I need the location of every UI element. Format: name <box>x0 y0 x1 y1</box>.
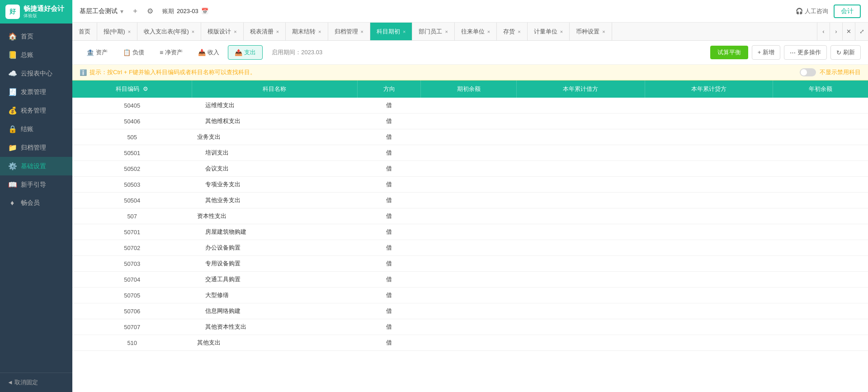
tab-interim[interactable]: 报(中期)× <box>97 23 137 40</box>
company-settings-icon[interactable]: ⚙ <box>147 7 153 15</box>
tab-close-contacts[interactable]: × <box>487 29 490 34</box>
tab-close-unit[interactable]: × <box>560 29 563 34</box>
cell-direction: 借 <box>357 161 420 177</box>
tab-next-btn[interactable]: › <box>830 23 843 40</box>
tab-subject_init[interactable]: 科目期初× <box>370 23 412 40</box>
refresh-icon: ↻ <box>836 49 841 56</box>
tab-close-period_end[interactable]: × <box>318 29 321 34</box>
hint-bar: ℹ️ 提示：按Ctrl + F键并输入科目编码或者科目名称可以查找科目。 不显示… <box>72 65 868 80</box>
more-btn[interactable]: ⋯ 更多操作 <box>784 45 827 60</box>
sidebar-item-ledger[interactable]: 📒总账 <box>0 46 72 64</box>
tab-template[interactable]: 模版设计× <box>201 23 243 40</box>
company-dropdown-icon[interactable]: ▾ <box>120 8 123 15</box>
cell-name: 会议支出 <box>192 161 357 177</box>
company-selector[interactable]: 基层工会测试 ▾ <box>80 7 123 15</box>
refresh-btn[interactable]: ↻ 刷新 <box>830 45 861 60</box>
help-btn[interactable]: 🎧 人工咨询 <box>796 7 828 15</box>
tab-period_end[interactable]: 期末结转× <box>286 23 328 40</box>
cell-ytd-credit <box>645 98 773 113</box>
hint-toggle-group: 不显示禁用科目 <box>800 68 861 76</box>
col-direction: 方向 <box>357 80 420 98</box>
tab-prev-btn[interactable]: ‹ <box>817 23 830 40</box>
tab-tax[interactable]: 税表清册× <box>244 23 286 40</box>
col-code: 科目编码 ⚙ <box>72 80 192 98</box>
filter-tab-net_asset[interactable]: ≡净资产 <box>153 45 189 60</box>
sidebar-label-home: 首页 <box>21 33 33 41</box>
table-row: 50702 办公设备购置 借 <box>72 240 868 256</box>
tab-currency[interactable]: 币种设置× <box>570 23 612 40</box>
cell-direction: 借 <box>357 145 420 161</box>
cell-ytd-credit <box>645 272 773 288</box>
cell-ytd-credit <box>645 161 773 177</box>
cell-direction: 借 <box>357 288 420 303</box>
sidebar-item-archive[interactable]: 📁归档管理 <box>0 138 72 157</box>
tab-label-income: 收入支出表(年报) <box>144 28 189 36</box>
cell-year-opening <box>773 177 868 193</box>
filter-actions: 试算平衡 + 新增 ⋯ 更多操作 ↻ 刷新 <box>710 45 861 60</box>
add-btn[interactable]: + 新增 <box>752 45 780 60</box>
sidebar-item-tax[interactable]: 💰税务管理 <box>0 101 72 120</box>
tab-close-template[interactable]: × <box>234 29 236 34</box>
tab-unit[interactable]: 计量单位× <box>528 23 570 40</box>
cell-direction: 借 <box>357 303 420 319</box>
table-row: 50406 其他维权支出 借 <box>72 113 868 129</box>
tab-close-income[interactable]: × <box>192 29 194 34</box>
sidebar-item-home[interactable]: 🏠首页 <box>0 27 72 46</box>
sidebar-label-reports: 云报表中心 <box>21 70 52 78</box>
sidebar-item-close[interactable]: 🔒结账 <box>0 120 72 138</box>
tab-contacts[interactable]: 往来单位× <box>455 23 497 40</box>
tab-close-archive_mgr[interactable]: × <box>361 29 363 34</box>
cell-year-opening <box>773 288 868 303</box>
sidebar-item-member[interactable]: ♦畅会员 <box>0 194 72 212</box>
calc-balance-btn[interactable]: 试算平衡 <box>710 46 748 59</box>
sidebar-collapse-btn[interactable]: ◄ 取消固定 <box>0 373 72 392</box>
tab-close-dept[interactable]: × <box>445 29 448 34</box>
tab-close-subject_init[interactable]: × <box>403 29 406 34</box>
sidebar-item-settings[interactable]: ⚙️基础设置 <box>0 157 72 175</box>
toggle-knob <box>801 69 807 76</box>
tab-expand-btn[interactable]: ⤢ <box>855 23 868 40</box>
cell-code: 505 <box>72 129 192 145</box>
sidebar-item-guide[interactable]: 📖新手引导 <box>0 175 72 194</box>
tab-close-all-btn[interactable]: ✕ <box>843 23 855 40</box>
cell-ytd-debit <box>517 256 645 272</box>
tab-close-inventory[interactable]: × <box>518 29 520 34</box>
tab-close-tax[interactable]: × <box>276 29 279 34</box>
filter-tab-liability[interactable]: 📋负债 <box>116 45 151 60</box>
cell-direction: 借 <box>357 224 420 240</box>
filter-tab-income[interactable]: 📥收入 <box>191 45 226 60</box>
account-btn[interactable]: 会计 <box>834 5 861 18</box>
tab-dept[interactable]: 部门员工× <box>412 23 454 40</box>
filter-tab-asset[interactable]: 🏦资产 <box>80 45 114 60</box>
disabled-subject-toggle[interactable] <box>800 68 816 76</box>
cell-name: 业务支出 <box>192 129 357 145</box>
tab-inventory[interactable]: 存货× <box>497 23 527 40</box>
cell-opening <box>421 129 517 145</box>
sidebar-item-invoice[interactable]: 🧾发票管理 <box>0 83 72 101</box>
sidebar-icon-ledger: 📒 <box>8 51 16 59</box>
tab-home[interactable]: 首页 <box>72 23 97 40</box>
filter-label-expense: 支出 <box>244 48 256 57</box>
tab-close-interim[interactable]: × <box>128 29 131 34</box>
cell-code: 50705 <box>72 288 192 303</box>
sidebar-icon-invoice: 🧾 <box>8 88 16 96</box>
col-settings-icon[interactable]: ⚙ <box>143 85 148 92</box>
filter-tab-expense[interactable]: 📤支出 <box>228 45 263 60</box>
cell-year-opening <box>773 272 868 288</box>
table-row: 50703 专用设备购置 借 <box>72 256 868 272</box>
add-company-btn[interactable]: ＋ <box>129 5 142 17</box>
table-row: 50707 其他资本性支出 借 <box>72 319 868 335</box>
sidebar-item-reports[interactable]: ☁️云报表中心 <box>0 64 72 83</box>
content-area: 🏦资产📋负债≡净资产📥收入📤支出启用期间：2023.03 试算平衡 + 新增 ⋯… <box>72 41 868 392</box>
cell-direction: 借 <box>357 319 420 335</box>
cell-ytd-debit <box>517 272 645 288</box>
calendar-icon[interactable]: 📅 <box>201 8 208 14</box>
tab-close-currency[interactable]: × <box>602 29 605 34</box>
logo-icon: 好 <box>5 5 20 19</box>
tab-income[interactable]: 收入支出表(年报)× <box>137 23 201 40</box>
main-area: 基层工会测试 ▾ ＋ ⚙ 账期 2023-03 📅 🎧 人工咨询 会计 首页报(… <box>72 0 868 392</box>
cell-direction: 借 <box>357 177 420 193</box>
cell-direction: 借 <box>357 113 420 129</box>
tab-archive_mgr[interactable]: 归档管理× <box>328 23 370 40</box>
sidebar-icon-home: 🏠 <box>8 32 16 41</box>
